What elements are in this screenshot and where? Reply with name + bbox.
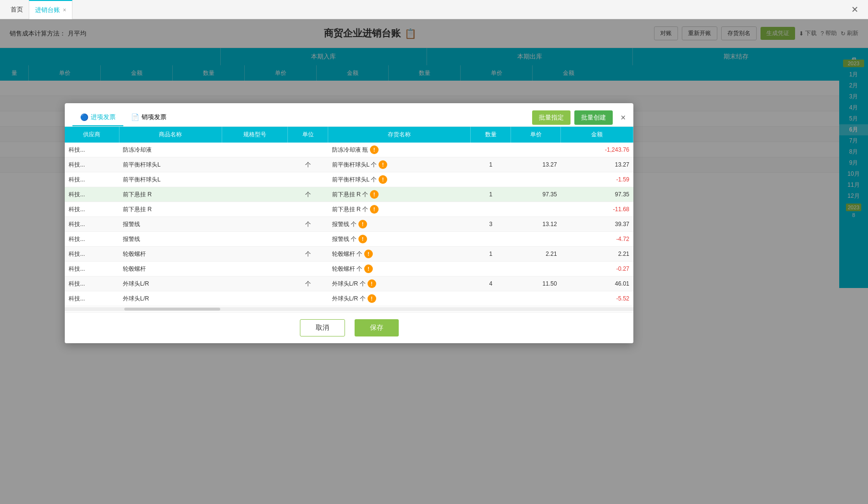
dialog-scrollbar-thumb[interactable] — [124, 308, 220, 311]
dialog-table-wrap[interactable]: 供应商 商品名称 规格型号 单位 存货名称 数量 单价 金额 科技...防冻冷却… — [65, 127, 633, 306]
warning-icon: ! — [364, 264, 373, 273]
table-row: 科技...报警线个报警线 个!313.1239.37 — [65, 217, 633, 232]
table-row: 科技...前下悬挂 R个前下悬挂 R 个!197.3597.35 — [65, 187, 633, 202]
table-row: 科技...轮毂螺杆个轮毂螺杆 个!12.212.21 — [65, 247, 633, 262]
dialog-table: 供应商 商品名称 规格型号 单位 存货名称 数量 单价 金额 科技...防冻冷却… — [65, 127, 633, 306]
tab-close-icon[interactable]: × — [63, 0, 66, 20]
batch-assign-button[interactable]: 批量指定 — [532, 110, 571, 125]
dialog: 🔵 进项发票 📄 销项发票 批量指定 批量创建 × 供应商 — [65, 103, 633, 343]
outgoing-tab-label: 销项发票 — [142, 113, 166, 121]
home-tab[interactable]: 首页 — [5, 0, 29, 19]
table-row: 科技...外球头L/R个外球头L/R 个!411.5046.01 — [65, 276, 633, 291]
top-bar-right: ✕ — [846, 4, 863, 15]
th-product: 商品名称 — [119, 127, 222, 143]
outgoing-tab-icon: 📄 — [131, 113, 139, 121]
dialog-actions: 批量指定 批量创建 × — [532, 110, 626, 125]
warning-icon: ! — [379, 175, 387, 184]
warning-icon: ! — [368, 279, 376, 288]
warning-icon: ! — [368, 294, 376, 303]
active-tab-label: 进销台账 — [35, 0, 60, 20]
incoming-tab-icon: 🔵 — [80, 113, 88, 121]
th-amount: 金额 — [561, 127, 633, 143]
dialog-scrollbar[interactable] — [65, 307, 633, 311]
th-price: 单价 — [511, 127, 561, 143]
table-row: 科技...前平衡杆球头L个前平衡杆球头L 个!113.2713.27 — [65, 157, 633, 172]
tab-outgoing[interactable]: 📄 销项发票 — [123, 109, 174, 126]
th-qty: 数量 — [471, 127, 511, 143]
tab-incoming[interactable]: 🔵 进项发票 — [72, 109, 123, 126]
th-supplier: 供应商 — [65, 127, 119, 143]
table-row: 科技...轮毂螺杆轮毂螺杆 个!-0.27 — [65, 262, 633, 276]
warning-icon: ! — [358, 235, 367, 243]
warning-icon: ! — [370, 145, 379, 154]
main-area: 销售成本计算方法： 月平均 商贸企业进销台账 📋 对账 重新开账 存货别名 生成… — [0, 19, 868, 504]
dialog-tabs: 🔵 进项发票 📄 销项发票 — [72, 109, 174, 126]
table-row: 科技...前平衡杆球头L前平衡杆球头L 个!-1.59 — [65, 172, 633, 187]
cancel-button[interactable]: 取消 — [300, 319, 345, 336]
window-close-button[interactable]: ✕ — [846, 4, 863, 15]
table-row: 科技...前下悬挂 R前下悬挂 R 个!-11.68 — [65, 202, 633, 217]
th-stock: 存货名称 — [328, 127, 471, 143]
table-row: 科技...报警线报警线 个!-4.72 — [65, 232, 633, 247]
dialog-footer: 取消 保存 — [65, 312, 633, 343]
dialog-close-button[interactable]: × — [620, 113, 626, 123]
table-row: 科技...防冻冷却液防冻冷却液 瓶!-1,243.76 — [65, 143, 633, 157]
dialog-header: 🔵 进项发票 📄 销项发票 批量指定 批量创建 × — [65, 103, 633, 127]
active-tab[interactable]: 进销台账 × — [29, 0, 72, 19]
th-unit: 单位 — [288, 127, 328, 143]
warning-icon: ! — [370, 190, 379, 199]
top-bar: 首页 进销台账 × ✕ — [0, 0, 868, 19]
incoming-tab-label: 进项发票 — [91, 113, 116, 121]
th-spec: 规格型号 — [222, 127, 288, 143]
table-row: 科技...外球头L/R外球头L/R 个!-5.52 — [65, 291, 633, 306]
warning-icon: ! — [379, 160, 387, 169]
warning-icon: ! — [370, 205, 379, 214]
save-button[interactable]: 保存 — [355, 319, 399, 336]
warning-icon: ! — [358, 220, 367, 228]
warning-icon: ! — [364, 250, 373, 258]
batch-create-button[interactable]: 批量创建 — [574, 110, 613, 125]
